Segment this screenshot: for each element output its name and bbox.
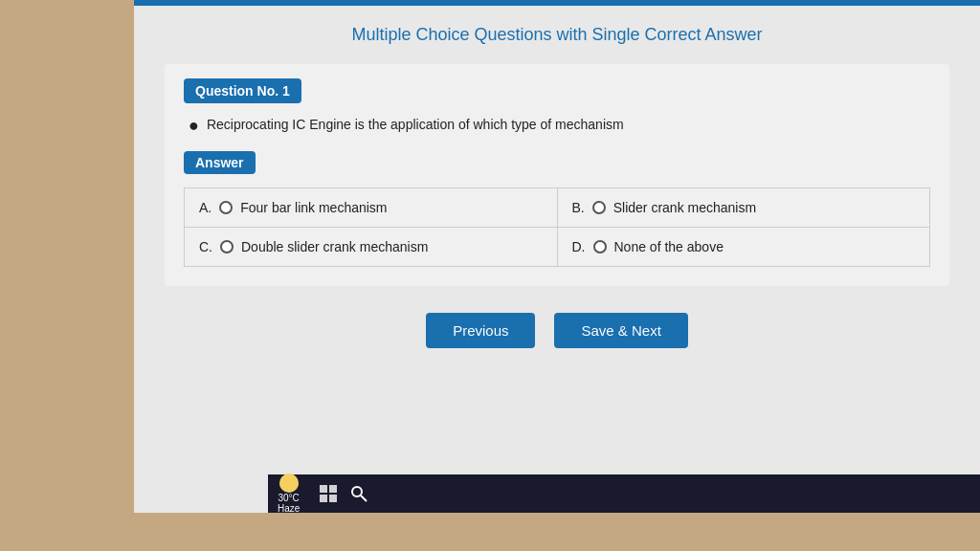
option-a[interactable]: A. Four bar link mechanism [185, 188, 558, 227]
start-icon[interactable] [317, 482, 340, 505]
previous-button[interactable]: Previous [426, 313, 535, 348]
option-b-letter: B. [572, 200, 585, 215]
temperature: 30°C [278, 493, 300, 503]
options-row-cd: C. Double slider crank mechanism D. None… [185, 228, 929, 266]
taskbar: 30°C Haze [268, 474, 980, 513]
option-b-text: Slider crank mechanism [613, 200, 756, 215]
option-c-radio[interactable] [220, 240, 234, 253]
options-row-ab: A. Four bar link mechanism B. Slider cra… [185, 188, 929, 228]
svg-rect-3 [329, 495, 337, 502]
option-a-radio[interactable] [219, 201, 233, 214]
option-b[interactable]: B. Slider crank mechanism [558, 188, 930, 227]
options-grid: A. Four bar link mechanism B. Slider cra… [184, 187, 930, 267]
option-d-letter: D. [572, 239, 586, 254]
option-d-radio[interactable] [593, 240, 607, 253]
svg-rect-1 [329, 485, 337, 493]
question-number: Question No. 1 [184, 78, 301, 103]
answer-label: Answer [184, 151, 256, 174]
option-a-letter: A. [199, 200, 212, 215]
svg-line-5 [361, 496, 367, 501]
option-c-letter: C. [199, 239, 212, 254]
buttons-row: Previous Save & Next [426, 313, 688, 348]
condition: Haze [278, 503, 300, 514]
save-next-button[interactable]: Save & Next [554, 313, 687, 348]
option-c[interactable]: C. Double slider crank mechanism [185, 228, 558, 266]
screen: Multiple Choice Questions with Single Co… [134, 0, 980, 513]
option-b-radio[interactable] [592, 201, 606, 214]
search-icon[interactable] [347, 482, 370, 505]
page-title: Multiple Choice Questions with Single Co… [351, 25, 762, 45]
question-container: Question No. 1 ● Reciprocating IC Engine… [165, 64, 949, 286]
option-d[interactable]: D. None of the above [558, 228, 930, 266]
option-a-text: Four bar link mechanism [240, 200, 387, 215]
question-text: ● Reciprocating IC Engine is the applica… [184, 117, 930, 134]
option-c-text: Double slider crank mechanism [241, 239, 428, 254]
bullet-icon: ● [189, 117, 199, 134]
weather-widget: 30°C Haze [278, 474, 300, 514]
svg-point-4 [352, 487, 362, 496]
weather-icon [279, 474, 299, 493]
question-body: Reciprocating IC Engine is the applicati… [207, 117, 624, 132]
svg-rect-0 [320, 485, 327, 493]
left-panel [0, 0, 134, 551]
content-area: Multiple Choice Questions with Single Co… [134, 6, 980, 367]
option-d-text: None of the above [614, 239, 724, 254]
svg-rect-2 [320, 495, 327, 502]
